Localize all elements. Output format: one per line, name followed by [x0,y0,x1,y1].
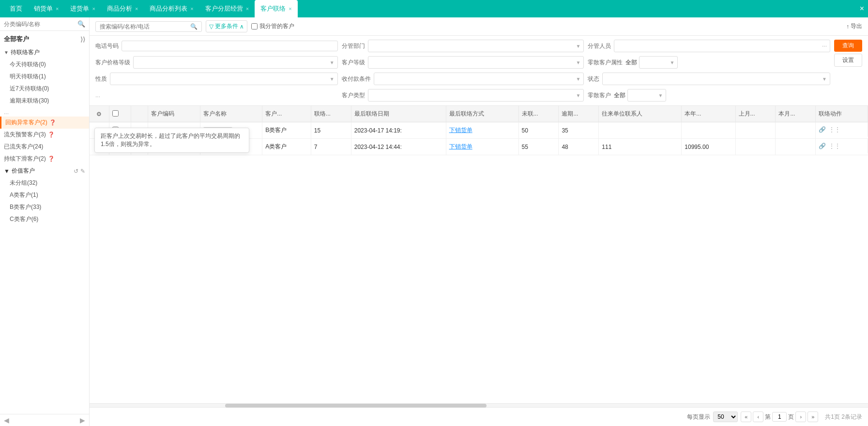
col-action-header[interactable]: 联络动作 [816,106,868,122]
row1-last-way[interactable]: 下销货单 [446,122,518,139]
customer-type-chevron-icon: ▼ [576,93,580,98]
col-name-header[interactable]: 客户名称 [200,106,262,122]
row1-contacts: 15 [311,122,351,139]
close-sales-tab[interactable]: × [56,6,59,12]
filter-row-2: 客户价格等级 ▼ 客户等级 ▼ [95,56,830,69]
page-next-btn[interactable]: › [795,411,806,422]
close-customer-contact-tab[interactable]: × [289,6,291,12]
col-checkbox-header[interactable] [109,106,131,122]
select-all-checkbox[interactable] [112,110,119,117]
filter-price-level: 客户价格等级 ▼ [95,56,338,69]
person-more-icon[interactable]: ··· [822,43,827,49]
retail-attr-select[interactable]: ▼ [639,56,678,69]
page-size-select[interactable]: 50 100 200 [713,411,738,422]
col-unreplied-header[interactable]: 未联... [518,106,559,122]
sidebar-all-customers-header: 全部客户 ⟩⟩ [0,31,89,45]
col-last-way-header[interactable]: 最后联络方式 [446,106,518,122]
filter-extra-more[interactable]: ... [95,92,100,99]
sidebar-collapse-icon[interactable]: ⟩⟩ [80,36,85,43]
sidebar-item-b-class[interactable]: B类客户(33) [0,201,89,213]
value-section-header[interactable]: ▼ 价值客户 ↺ ✎ [0,165,89,177]
col-no-header [131,106,148,122]
col-category-header[interactable]: 客户... [262,106,311,122]
row2-grid-icon[interactable]: ⋮⋮ [829,143,840,149]
sidebar-item-churned[interactable]: 已流失客户(24) [0,141,89,153]
tooltip-box: 距客户上次交易时长，超过了此客户的平均交易周期的1.5倍，则视为异常。 [94,128,249,153]
close-purchase-tab[interactable]: × [92,6,95,12]
nav-tab-customer-layer[interactable]: 客户分层经营 × [199,0,255,17]
window-close-icon[interactable]: × [860,4,864,13]
query-button[interactable]: 查询 [834,40,862,52]
sidebar-item-repurchase-abnormal[interactable]: 回购异常客户(2) ❓ [0,117,89,129]
page-prev-btn[interactable]: ‹ [753,411,763,422]
sidebar-search-input[interactable] [4,21,77,28]
nav-tab-purchase[interactable]: 进货单 × [64,0,101,17]
refresh-icon[interactable]: ↺ [74,168,78,175]
page-input[interactable] [772,412,787,422]
col-last-date-header[interactable]: 最后联络日期 [351,106,446,122]
my-customers-checkbox[interactable] [251,23,258,29]
dept-select[interactable]: ▼ [368,40,584,52]
row2-link-icon[interactable]: 🔗 [819,143,826,149]
status-chevron-icon: ▼ [822,76,827,82]
nav-tab-sales[interactable]: 销货单 × [28,0,64,17]
page-last-btn[interactable]: » [807,411,818,422]
col-settings-icon[interactable]: ⚙ [90,106,109,122]
sidebar-item-7days[interactable]: 近7天待联络(0) [0,83,89,95]
gender-select[interactable]: ▼ [110,73,338,85]
status-select[interactable]: ▼ [602,73,830,85]
col-last-month-header[interactable]: 上月... [735,106,776,122]
close-customer-layer-tab[interactable]: × [246,6,249,12]
sidebar-item-churn-warning[interactable]: 流失预警客户(3) ❓ [0,129,89,141]
nav-tab-home[interactable]: 首页 [4,0,28,17]
sidebar-item-a-class[interactable]: A类客户(1) [0,189,89,201]
col-this-year-header[interactable]: 本年... [682,106,735,122]
sidebar-left-arrow[interactable]: ◀ [4,416,9,424]
pending-section-title[interactable]: ▼ 待联络客户 [0,46,89,59]
row1-link-icon[interactable]: 🔗 [819,126,826,133]
h-scrollbar-area[interactable] [90,403,868,407]
close-analysis-list-tab[interactable]: × [190,6,193,12]
col-code-header[interactable]: 客户编码 [148,106,200,122]
sidebar-item-tomorrow[interactable]: 明天待联络(1) [0,71,89,83]
sidebar-right-arrow[interactable]: ▶ [80,416,85,424]
col-this-month-header[interactable]: 本月... [776,106,816,122]
price-level-select[interactable]: ▼ [133,56,338,69]
main-search-input[interactable] [100,23,190,30]
all-customers-label: 全部客户 [4,35,29,44]
phone-input[interactable] [122,41,338,51]
sidebar-item-ungroup[interactable]: 未分组(32) [0,177,89,189]
filter-row-1: 电话号码 分管部门 ▼ 分管人员 [95,40,830,52]
close-analysis-tab[interactable]: × [135,6,138,12]
col-unit-contacts-header[interactable]: 往来单位联系人 [599,106,682,122]
col-overdue-header[interactable]: 逾期... [559,106,599,122]
nav-tab-customer-contact[interactable]: 客户联络 × [255,0,297,17]
payment-select[interactable]: ▼ [374,73,584,85]
page-first-btn[interactable]: « [741,411,751,422]
sidebar-item-declining[interactable]: 持续下滑客户(2) ❓ [0,153,89,165]
price-level-chevron-icon: ▼ [330,60,335,65]
customer-level-chevron-icon: ▼ [576,60,580,65]
sidebar-item-today[interactable]: 今天待联络(0) [0,59,89,71]
edit-icon[interactable]: ✎ [80,168,85,175]
nav-tab-analysis[interactable]: 商品分析 × [101,0,144,17]
retail-select[interactable]: ▼ [627,89,666,102]
sidebar-item-c-class[interactable]: C类客户(6) [0,213,89,225]
h-scrollbar-thumb[interactable] [225,404,487,408]
sidebar-search-icon: 🔍 [77,20,85,28]
row1-unreplied: 50 [518,122,559,139]
row2-last-way[interactable]: 下销货单 [446,139,518,155]
sidebar-more-btn[interactable]: ... [0,108,89,117]
sidebar-item-overdue[interactable]: 逾期未联络(30) [0,95,89,107]
more-filters-btn[interactable]: ▽ 更多条件 ∧ [206,20,247,32]
person-select[interactable]: ··· [614,40,830,52]
row1-action: 🔗 ⋮⋮ [816,122,868,137]
export-btn[interactable]: ↑ 导出 [846,22,862,30]
table-header-row: ⚙ 客户编码 客户名称 客户... 联络... [90,106,868,122]
customer-level-select[interactable]: ▼ [368,56,584,69]
row1-grid-icon[interactable]: ⋮⋮ [829,126,840,133]
nav-tab-analysis-list[interactable]: 商品分析列表 × [144,0,199,17]
col-contacts-header[interactable]: 联络... [311,106,351,122]
customer-type-select[interactable]: ▼ [368,89,584,102]
settings-button[interactable]: 设置 [834,54,862,67]
